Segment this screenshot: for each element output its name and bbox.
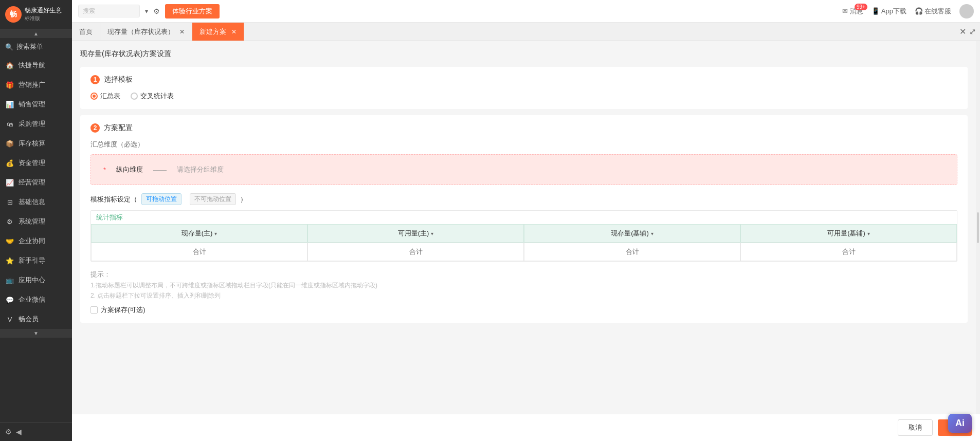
- step1-title: 选择模板: [104, 75, 133, 84]
- sidebar-item-label: 经营管理: [19, 178, 45, 187]
- tab-home-label: 首页: [79, 27, 93, 36]
- tab-expand-btn[interactable]: ⤢: [969, 27, 976, 36]
- sidebar-item-label: 应用中心: [19, 275, 45, 285]
- tab-close-btn[interactable]: ✕: [959, 27, 966, 36]
- col-3-chevron: ▾: [867, 231, 870, 236]
- main-area: 搜索 ▾ ⚙ 体验行业方案 ✉ 消息 99+ 📱 App下载 🎧 在线客服 首页: [72, 0, 980, 441]
- sidebar-scroll-down[interactable]: ▼: [0, 329, 72, 338]
- dimension-separator: ——: [153, 166, 167, 174]
- sidebar-item-label: 畅会员: [19, 315, 39, 324]
- sidebar-item-label: 企业协同: [19, 236, 45, 246]
- col-header-1[interactable]: 可用量(主) ▾: [307, 224, 524, 243]
- topbar-right: ✉ 消息 99+ 📱 App下载 🎧 在线客服: [842, 4, 974, 19]
- tips-title: 提示：: [90, 270, 957, 279]
- radio-summary[interactable]: [90, 93, 98, 100]
- indicators-config: 模板指标设定（ 可拖动位置 不可拖动位置 ） 统计指标 现存量(主) ▾: [90, 193, 957, 300]
- save-option[interactable]: 方案保存(可选): [90, 305, 957, 315]
- col-header-0[interactable]: 现存量(主) ▾: [91, 224, 307, 243]
- tip-item-1: 2. 点击标题栏下拉可设置排序、插入列和删除列: [90, 291, 957, 300]
- tab-inventory-close[interactable]: ✕: [179, 28, 185, 35]
- trial-btn[interactable]: 体验行业方案: [165, 4, 220, 19]
- topbar-dropdown-icon[interactable]: ▾: [145, 8, 148, 15]
- cancel-button[interactable]: 取消: [898, 419, 933, 436]
- settings-bottom-icon[interactable]: ⚙: [5, 428, 12, 436]
- phone-icon: 📱: [872, 7, 880, 15]
- topbar-messages[interactable]: ✉ 消息 99+: [842, 7, 863, 16]
- sidebar-item-operations[interactable]: 📈 经营管理: [0, 173, 72, 192]
- sidebar-item-purchase[interactable]: 🛍 采购管理: [0, 114, 72, 134]
- shopping-bag-icon: 🛍: [5, 119, 14, 128]
- sidebar-item-label: 企业微信: [19, 295, 45, 304]
- search-icon: 🔍: [5, 43, 13, 51]
- col-0-label: 现存量(主): [182, 229, 213, 238]
- sidebar-search-label: 搜索菜单: [16, 42, 43, 51]
- cell-0-0: 合计: [91, 243, 307, 261]
- topbar-online-service[interactable]: 🎧 在线客服: [915, 7, 951, 16]
- sidebar-item-new-guide[interactable]: ⭐ 新手引导: [0, 251, 72, 270]
- save-checkbox[interactable]: [90, 306, 98, 314]
- sidebar-scroll-up[interactable]: ▲: [0, 29, 72, 38]
- sidebar-item-sales[interactable]: 📊 销售管理: [0, 95, 72, 114]
- sidebar-item-label: 库存核算: [19, 139, 45, 148]
- radio-cross[interactable]: [131, 93, 138, 100]
- indicators-label-prefix: 模板指标设定（: [90, 195, 137, 204]
- topbar-app-label: App下载: [881, 7, 906, 16]
- topbar-gear-icon[interactable]: ⚙: [153, 7, 160, 15]
- dimension-box[interactable]: * 纵向维度 —— 请选择分组维度: [90, 154, 957, 185]
- gift-icon: 🎁: [5, 80, 14, 89]
- tab-inventory-status[interactable]: 现存量（库存状况表） ✕: [100, 23, 192, 41]
- tab-home[interactable]: 首页: [72, 23, 100, 41]
- tabs-bar: 首页 现存量（库存状况表） ✕ 新建方案 ✕ ✕ ⤢: [72, 23, 980, 41]
- sidebar-item-cooperation[interactable]: 🤝 企业协同: [0, 231, 72, 251]
- tab-new-plan-label: 新建方案: [199, 27, 226, 36]
- sidebar-item-marketing[interactable]: 🎁 营销推广: [0, 75, 72, 95]
- user-avatar[interactable]: [959, 4, 974, 19]
- cell-0-1: 合计: [307, 243, 524, 261]
- logo-badge: 标准版: [25, 15, 62, 22]
- cell-0-3: 合计: [740, 243, 957, 261]
- collapse-icon[interactable]: ◀: [16, 428, 22, 436]
- sidebar-item-inventory[interactable]: 📦 库存核算: [0, 134, 72, 153]
- stat-table: 统计指标 现存量(主) ▾ 可用量(主) ▾ 现存量(基辅): [90, 210, 957, 262]
- tab-new-plan[interactable]: 新建方案 ✕: [192, 23, 244, 41]
- col-2-label: 现存量(基辅): [611, 229, 649, 238]
- table-header-row: 现存量(主) ▾ 可用量(主) ▾ 现存量(基辅) ▾: [91, 224, 957, 243]
- topbar-app-download[interactable]: 📱 App下载: [872, 7, 906, 16]
- tips-section: 提示： 1.拖动标题栏可以调整布局，不可跨维度或指标区域拖动栏目字段(只能在同一…: [90, 270, 957, 300]
- sidebar-item-app-center[interactable]: 📺 应用中心: [0, 270, 72, 290]
- sidebar-item-quick-nav[interactable]: 🏠 快捷导航: [0, 56, 72, 75]
- sidebar-item-system[interactable]: ⚙ 系统管理: [0, 212, 72, 231]
- wechat-icon: 💬: [5, 295, 14, 304]
- sidebar-item-label: 采购管理: [19, 119, 45, 128]
- sidebar-item-wechat[interactable]: 💬 企业微信: [0, 290, 72, 309]
- col-0-chevron: ▾: [214, 231, 217, 236]
- step2-section: 2 方案配置 汇总维度（必选） * 纵向维度 —— 请选择分组维度 模板指标设定…: [80, 115, 968, 323]
- dimension-placeholder: 请选择分组维度: [177, 165, 224, 174]
- sidebar-item-members[interactable]: V 畅会员: [0, 309, 72, 329]
- template-options: 汇总表 交叉统计表: [90, 91, 957, 101]
- save-option-label: 方案保存(可选): [101, 305, 146, 315]
- scroll-indicator: [976, 41, 980, 414]
- grid-icon: ⊞: [5, 197, 14, 207]
- sidebar-item-label: 新手引导: [19, 256, 45, 265]
- stat-section-title: 统计指标: [91, 211, 957, 224]
- ai-badge[interactable]: Ai: [948, 414, 972, 433]
- aggregate-label: 汇总维度（必选）: [90, 140, 957, 149]
- sidebar-item-basic-info[interactable]: ⊞ 基础信息: [0, 192, 72, 212]
- dollar-icon: 💰: [5, 158, 14, 168]
- sidebar-search[interactable]: 🔍 搜索菜单: [0, 38, 72, 56]
- col-header-3[interactable]: 可用量(基辅) ▾: [740, 224, 957, 243]
- sidebar-item-finance[interactable]: 💰 资金管理: [0, 153, 72, 173]
- sidebar-item-label: 销售管理: [19, 100, 45, 109]
- template-option-cross[interactable]: 交叉统计表: [131, 91, 174, 101]
- dimension-label: 纵向维度: [116, 165, 143, 174]
- table-data-row: 合计 合计 合计 合计: [91, 243, 957, 261]
- required-mark: *: [103, 166, 106, 174]
- template-option-summary[interactable]: 汇总表: [90, 91, 120, 101]
- handshake-icon: 🤝: [5, 236, 14, 246]
- col-1-chevron: ▾: [431, 231, 433, 236]
- sidebar-item-label: 基础信息: [19, 197, 45, 207]
- step2-num: 2: [90, 123, 100, 133]
- tab-new-plan-close[interactable]: ✕: [231, 28, 237, 35]
- col-header-2[interactable]: 现存量(基辅) ▾: [524, 224, 740, 243]
